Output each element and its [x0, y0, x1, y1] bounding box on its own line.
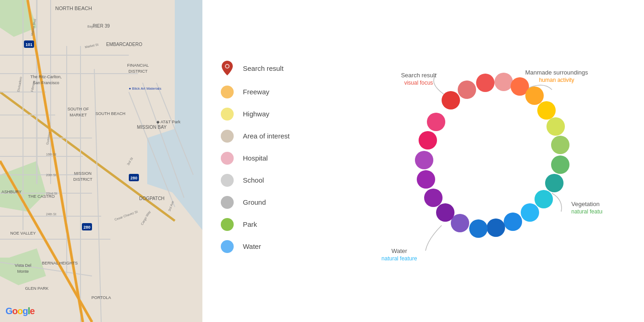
- svg-point-98: [424, 189, 443, 207]
- svg-text:NOE VALLEY: NOE VALLEY: [10, 231, 35, 236]
- legend-dot-hospital: [221, 152, 234, 165]
- svg-text:natural feature: natural feature: [571, 208, 603, 215]
- svg-point-80: [442, 91, 460, 109]
- legend-label-ground: Ground: [243, 198, 266, 206]
- svg-point-79: [226, 65, 229, 68]
- color-wheel: Search result visual focus Manmade surro…: [373, 46, 603, 276]
- svg-text:SOUTH OF: SOUTH OF: [68, 107, 89, 111]
- svg-text:16th St: 16th St: [46, 153, 56, 156]
- legend-label-hospital: Hospital: [243, 154, 268, 162]
- svg-text:PORTOLA: PORTOLA: [92, 295, 111, 300]
- svg-point-101: [419, 131, 437, 150]
- svg-text:human activity: human activity: [539, 77, 575, 83]
- svg-text:MISSION BAY: MISSION BAY: [137, 125, 167, 130]
- svg-text:MARKET: MARKET: [69, 113, 87, 117]
- svg-point-99: [417, 170, 435, 189]
- svg-point-91: [535, 190, 553, 208]
- svg-point-82: [476, 74, 494, 92]
- svg-text:The Ritz-Carlton,: The Ritz-Carlton,: [30, 75, 62, 79]
- legend-label-search-result: Search result: [243, 64, 283, 72]
- svg-text:● Blick Art Materials: ● Blick Art Materials: [129, 86, 161, 91]
- legend-item-area-of-interest: Area of interest: [221, 130, 313, 143]
- svg-point-100: [415, 151, 433, 169]
- legend-dot-ground: [221, 196, 234, 209]
- legend-item-school: School: [221, 174, 313, 187]
- svg-point-86: [537, 101, 556, 120]
- svg-text:NORTH BEACH: NORTH BEACH: [55, 6, 92, 11]
- legend-item-highway: Highway: [221, 108, 313, 121]
- legend-item-search-result: Search result: [221, 60, 313, 76]
- legend-dot-park: [221, 218, 234, 231]
- legend-label-highway: Highway: [243, 110, 270, 118]
- legend-label-water: Water: [243, 242, 261, 250]
- legend-dot-water: [221, 240, 234, 253]
- legend-item-freeway: Freeway: [221, 86, 313, 98]
- svg-point-89: [551, 155, 569, 174]
- svg-text:MISSION: MISSION: [74, 171, 92, 176]
- search-result-pin-icon: [221, 60, 234, 76]
- legend-dot-highway: [221, 108, 234, 121]
- svg-text:FINANCIAL: FINANCIAL: [127, 63, 149, 68]
- legend-dot-area-of-interest: [221, 130, 234, 143]
- svg-text:EMBARCADERO: EMBARCADERO: [106, 42, 143, 47]
- svg-point-95: [469, 219, 488, 238]
- svg-text:DOGPATCH: DOGPATCH: [139, 196, 164, 201]
- legend-section: Search result Freeway Highway Area of in…: [202, 0, 331, 322]
- legend-dot-school: [221, 174, 234, 187]
- svg-text:BERNAL HEIGHTS: BERNAL HEIGHTS: [42, 261, 78, 265]
- svg-point-93: [504, 213, 522, 231]
- svg-text:DISTRICT: DISTRICT: [73, 177, 92, 182]
- svg-point-88: [551, 136, 569, 154]
- svg-text:Monte: Monte: [17, 269, 29, 274]
- legend-label-area-of-interest: Area of interest: [243, 132, 290, 140]
- svg-text:San Francisco: San Francisco: [33, 80, 59, 85]
- legend-item-ground: Ground: [221, 196, 313, 209]
- legend-label-school: School: [243, 176, 264, 184]
- svg-point-87: [546, 117, 565, 136]
- svg-point-102: [427, 113, 445, 131]
- svg-text:natural feature: natural feature: [381, 255, 417, 262]
- svg-text:Vegetation: Vegetation: [571, 201, 599, 207]
- svg-text:GLEN PARK: GLEN PARK: [25, 286, 49, 291]
- svg-text:◆ AT&T Park: ◆ AT&T Park: [156, 120, 181, 124]
- svg-point-83: [494, 73, 513, 91]
- svg-text:DISTRICT: DISTRICT: [128, 69, 148, 74]
- svg-point-94: [487, 218, 505, 237]
- svg-text:Google: Google: [6, 306, 35, 316]
- legend-item-water: Water: [221, 240, 313, 253]
- svg-text:22nd St: 22nd St: [46, 192, 57, 195]
- svg-text:280: 280: [83, 225, 90, 230]
- svg-text:Manmade surroundings: Manmade surroundings: [525, 69, 588, 76]
- svg-text:Vista Del: Vista Del: [15, 263, 31, 268]
- map-section: 101 280 280 NORTH BEACH PIER 39 EMBARCAD…: [0, 0, 202, 322]
- svg-text:101: 101: [25, 42, 32, 47]
- svg-point-90: [545, 174, 564, 192]
- svg-text:24th St: 24th St: [46, 213, 56, 216]
- svg-text:Search result: Search result: [401, 72, 437, 79]
- legend-dot-freeway: [221, 86, 234, 98]
- svg-text:Bay St: Bay St: [87, 25, 97, 29]
- legend-label-freeway: Freeway: [243, 88, 270, 96]
- svg-text:ASHBURY: ASHBURY: [1, 190, 21, 194]
- svg-text:visual focus: visual focus: [404, 80, 433, 86]
- color-wheel-section: Search result visual focus Manmade surro…: [331, 0, 644, 322]
- svg-point-85: [525, 86, 544, 105]
- svg-text:20th St: 20th St: [46, 173, 56, 177]
- legend-item-hospital: Hospital: [221, 152, 313, 165]
- svg-point-97: [436, 203, 454, 222]
- legend-label-park: Park: [243, 220, 257, 228]
- svg-text:SOUTH BEACH: SOUTH BEACH: [95, 111, 125, 116]
- svg-text:Water: Water: [391, 247, 408, 254]
- svg-point-96: [451, 214, 469, 232]
- svg-point-81: [458, 80, 476, 99]
- svg-point-92: [521, 203, 539, 222]
- legend-item-park: Park: [221, 218, 313, 231]
- svg-text:280: 280: [130, 176, 137, 180]
